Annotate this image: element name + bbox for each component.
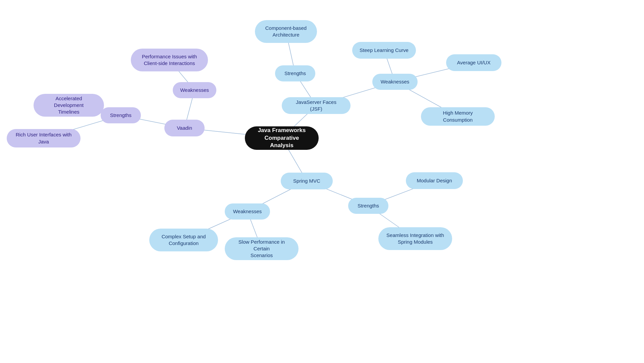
center-label: Java Frameworks Comparative Analysis bbox=[252, 127, 311, 150]
vaadin-node: Vaadin bbox=[164, 120, 205, 136]
jsf-weaknesses-node: Weaknesses bbox=[372, 74, 418, 90]
jsf-strengths-label: Strengths bbox=[284, 70, 306, 77]
jsf-label: JavaServer Faces (JSF) bbox=[289, 99, 343, 113]
spring-modular-label: Modular Design bbox=[417, 177, 452, 184]
spring-seamless-node: Seamless Integration with Spring Modules bbox=[378, 227, 452, 250]
jsf-steep-node: Steep Learning Curve bbox=[352, 42, 416, 59]
jsf-strengths-node: Strengths bbox=[275, 65, 315, 81]
spring-strengths-label: Strengths bbox=[358, 202, 379, 209]
springmvc-node: Spring MVC bbox=[281, 173, 333, 189]
jsf-comp-label: Component-based Architecture bbox=[265, 25, 307, 39]
spring-complex-node: Complex Setup and Configuration bbox=[149, 229, 218, 251]
jsf-weaknesses-label: Weaknesses bbox=[381, 78, 410, 85]
jsf-mem-label: High Memory Consumption bbox=[428, 110, 487, 123]
jsf-avg-node: Average UI/UX bbox=[446, 54, 501, 71]
spring-modular-node: Modular Design bbox=[406, 172, 463, 189]
jsf-avg-label: Average UI/UX bbox=[457, 59, 491, 66]
vaadin-rich-label: Rich User Interfaces with Java bbox=[14, 131, 73, 145]
spring-strengths-node: Strengths bbox=[348, 198, 388, 214]
spring-weaknesses-node: Weaknesses bbox=[225, 203, 270, 220]
springmvc-label: Spring MVC bbox=[293, 178, 320, 184]
jsf-steep-label: Steep Learning Curve bbox=[360, 47, 409, 54]
vaadin-acc-node: Accelerated Development Timelines bbox=[34, 94, 104, 117]
jsf-node: JavaServer Faces (JSF) bbox=[282, 97, 351, 114]
vaadin-weaknesses-label: Weaknesses bbox=[180, 87, 209, 94]
vaadin-perf-label: Performance Issues with Client-side Inte… bbox=[142, 53, 197, 67]
spring-slow-node: Slow Performance in Certain Scenarios bbox=[225, 237, 299, 260]
vaadin-strengths-label: Strengths bbox=[110, 112, 131, 119]
center-node: Java Frameworks Comparative Analysis bbox=[245, 126, 319, 150]
vaadin-weaknesses-node: Weaknesses bbox=[173, 82, 216, 98]
vaadin-strengths-node: Strengths bbox=[101, 107, 141, 123]
spring-complex-label: Complex Setup and Configuration bbox=[162, 233, 206, 247]
vaadin-perf-node: Performance Issues with Client-side Inte… bbox=[131, 49, 208, 71]
vaadin-acc-label: Accelerated Development Timelines bbox=[41, 95, 97, 116]
spring-seamless-label: Seamless Integration with Spring Modules bbox=[386, 232, 444, 246]
spring-weaknesses-label: Weaknesses bbox=[233, 208, 262, 215]
jsf-comp-node: Component-based Architecture bbox=[255, 20, 317, 43]
spring-slow-label: Slow Performance in Certain Scenarios bbox=[232, 239, 291, 259]
vaadin-label: Vaadin bbox=[177, 125, 192, 131]
jsf-mem-node: High Memory Consumption bbox=[421, 107, 495, 126]
vaadin-rich-node: Rich User Interfaces with Java bbox=[7, 129, 80, 147]
